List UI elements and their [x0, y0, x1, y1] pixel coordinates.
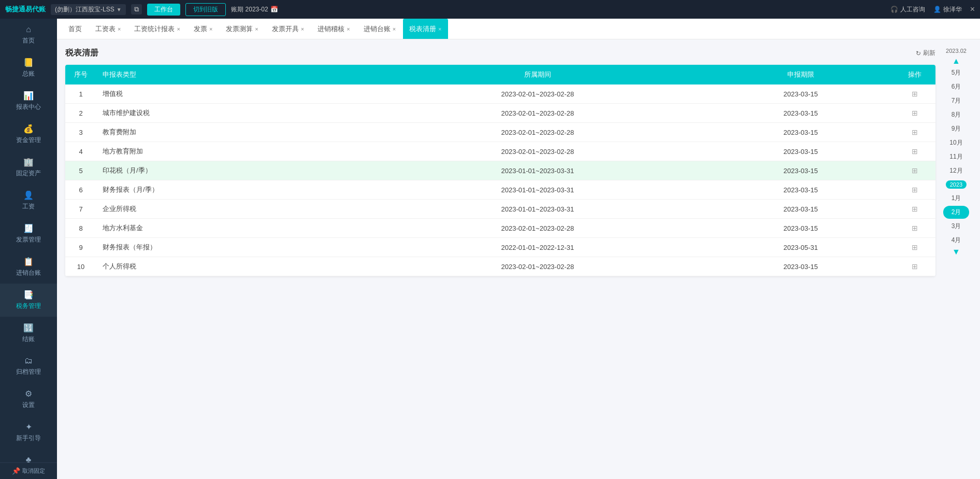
- view-action-icon[interactable]: ⊞: [912, 128, 918, 136]
- period-nav-up[interactable]: ▲: [952, 57, 960, 65]
- view-action-icon[interactable]: ⊞: [912, 205, 918, 213]
- period-nav-down[interactable]: ▼: [952, 248, 960, 256]
- tab-input-check[interactable]: 进销稽核 ×: [311, 19, 356, 39]
- company-name: (勿删）江西股宝-LSS: [55, 5, 114, 14]
- cell-deadline: 2023-05-31: [708, 238, 894, 257]
- sidebar-item-fixed-assets[interactable]: 🏢 固定资产: [0, 151, 57, 184]
- tab-input-ledger[interactable]: 进销台账 ×: [357, 19, 402, 39]
- cell-seq: 3: [65, 123, 96, 142]
- tab-invoice-open[interactable]: 发票开具 ×: [266, 19, 310, 39]
- view-action-icon[interactable]: ⊞: [912, 262, 918, 271]
- close-icon[interactable]: ×: [209, 26, 212, 32]
- month-8-2022[interactable]: 8月: [943, 108, 969, 121]
- calendar-icon[interactable]: 📅: [270, 6, 278, 13]
- cell-type: 教育费附加: [96, 123, 368, 142]
- month-4-2023[interactable]: 4月: [943, 234, 969, 247]
- refresh-label: 刷新: [923, 49, 935, 58]
- tab-tax-clearance[interactable]: 税表清册 ×: [403, 19, 448, 39]
- table-row: 10 个人所得税 2023-02-01~2023-02-28 2023-03-1…: [65, 257, 935, 276]
- main-panel: 税表清册 ↻ 刷新 序号 申报表类型 所属期间: [65, 48, 935, 471]
- sidebar-item-tax-mgmt[interactable]: 📑 税务管理: [0, 284, 57, 317]
- month-3-2023[interactable]: 3月: [943, 220, 969, 233]
- top-bar: 畅捷通易代账 (勿删）江西股宝-LSS ▼ ⧉ 工作台 切到旧版 账期 2023…: [0, 0, 980, 19]
- month-11-2022[interactable]: 11月: [943, 150, 969, 163]
- cell-period: 2023-02-01~2023-02-28: [368, 142, 707, 161]
- sidebar-item-guide[interactable]: ✦ 新手引导: [0, 416, 57, 449]
- month-1-2023[interactable]: 1月: [943, 192, 969, 205]
- cell-type: 地方教育附加: [96, 142, 368, 161]
- sidebar-item-ledger[interactable]: 📒 总账: [0, 51, 57, 84]
- close-icon[interactable]: ×: [177, 26, 180, 32]
- reports-icon: 📊: [23, 91, 34, 101]
- sidebar-item-label: 报表中心: [16, 103, 41, 111]
- sidebar-item-home[interactable]: ⌂ 首页: [0, 19, 57, 51]
- user-menu[interactable]: 👤 徐泽华: [933, 5, 962, 14]
- tab-home[interactable]: 首页: [62, 21, 88, 37]
- close-icon[interactable]: ×: [255, 26, 258, 32]
- view-action-icon[interactable]: ⊞: [912, 109, 918, 117]
- human-consult-btn[interactable]: 🎧 人工咨询: [890, 5, 925, 14]
- month-7-2022[interactable]: 7月: [943, 94, 969, 107]
- copy-icon-btn[interactable]: ⧉: [131, 4, 142, 15]
- close-icon[interactable]: ×: [301, 26, 304, 32]
- switch-old-button[interactable]: 切到旧版: [185, 3, 226, 16]
- view-action-icon[interactable]: ⊞: [912, 147, 918, 156]
- cell-period: 2023-02-01~2023-02-28: [368, 219, 707, 238]
- tab-invoice-calc[interactable]: 发票测算 ×: [220, 19, 264, 39]
- tab-salary-table[interactable]: 工资表 ×: [89, 19, 127, 39]
- view-action-icon[interactable]: ⊞: [912, 166, 918, 175]
- cell-seq: 7: [65, 200, 96, 219]
- cell-period: 2023-02-01~2023-02-28: [368, 104, 707, 123]
- view-action-icon[interactable]: ⊞: [912, 90, 918, 98]
- period-display: 账期 2023-02 📅: [231, 5, 278, 14]
- close-icon[interactable]: ×: [438, 26, 441, 32]
- tab-label: 税表清册: [409, 24, 436, 34]
- month-5-2022[interactable]: 5月: [943, 66, 969, 79]
- close-icon[interactable]: ×: [393, 26, 396, 32]
- close-icon[interactable]: ×: [347, 26, 350, 32]
- sidebar-item-settings[interactable]: ⚙ 设置: [0, 383, 57, 416]
- cell-deadline: 2023-03-15: [708, 84, 894, 104]
- funds-icon: 💰: [23, 124, 34, 134]
- month-2-2023[interactable]: 2月: [943, 206, 969, 219]
- sidebar-item-settlement[interactable]: 🔢 结账: [0, 317, 57, 350]
- view-action-icon[interactable]: ⊞: [912, 243, 918, 251]
- sidebar-item-archive[interactable]: 🗂 归档管理: [0, 350, 57, 383]
- workspace-button[interactable]: 工作台: [147, 4, 180, 16]
- month-9-2022[interactable]: 9月: [943, 122, 969, 135]
- sidebar-item-salary[interactable]: 👤 工资: [0, 184, 57, 217]
- tab-invoice[interactable]: 发票 ×: [188, 19, 219, 39]
- sidebar-item-label: 工资: [22, 202, 35, 211]
- tab-salary-stats[interactable]: 工资统计报表 ×: [128, 19, 186, 39]
- close-icon[interactable]: ×: [118, 26, 121, 32]
- pin-bottom-btn[interactable]: 📌 取消固定: [0, 462, 57, 479]
- refresh-button[interactable]: ↻ 刷新: [916, 49, 935, 58]
- view-action-icon[interactable]: ⊞: [912, 186, 918, 194]
- cell-seq: 10: [65, 257, 96, 276]
- sidebar-item-reports[interactable]: 📊 报表中心: [0, 84, 57, 118]
- input-output-icon: 📋: [23, 257, 34, 266]
- col-header-type: 申报表类型: [96, 65, 368, 84]
- month-10-2022[interactable]: 10月: [943, 136, 969, 149]
- table-row: 4 地方教育附加 2023-02-01~2023-02-28 2023-03-1…: [65, 142, 935, 161]
- sidebar-item-input-output[interactable]: 📋 进销台账: [0, 250, 57, 284]
- cell-period: 2023-02-01~2023-02-28: [368, 257, 707, 276]
- month-12-2022[interactable]: 12月: [943, 164, 969, 177]
- tab-label: 发票: [194, 24, 207, 34]
- cell-seq: 8: [65, 219, 96, 238]
- cell-deadline: 2023-03-15: [708, 142, 894, 161]
- cell-action: ⊞: [894, 84, 935, 104]
- sidebar-item-label: 结账: [22, 335, 35, 344]
- table-row: 2 城市维护建设税 2023-02-01~2023-02-28 2023-03-…: [65, 104, 935, 123]
- table-row: 6 财务报表（月/季） 2023-01-01~2023-03-31 2023-0…: [65, 180, 935, 200]
- cell-action: ⊞: [894, 257, 935, 276]
- settings-icon: ⚙: [25, 389, 32, 399]
- cell-period: 2023-01-01~2023-03-31: [368, 161, 707, 180]
- company-selector[interactable]: (勿删）江西股宝-LSS ▼: [51, 4, 126, 15]
- guide-icon: ✦: [25, 422, 32, 432]
- close-icon[interactable]: ×: [970, 5, 975, 14]
- view-action-icon[interactable]: ⊞: [912, 224, 918, 232]
- sidebar-item-funds[interactable]: 💰 资金管理: [0, 118, 57, 151]
- month-6-2022[interactable]: 6月: [943, 80, 969, 93]
- sidebar-item-invoice-mgmt[interactable]: 🧾 发票管理: [0, 217, 57, 250]
